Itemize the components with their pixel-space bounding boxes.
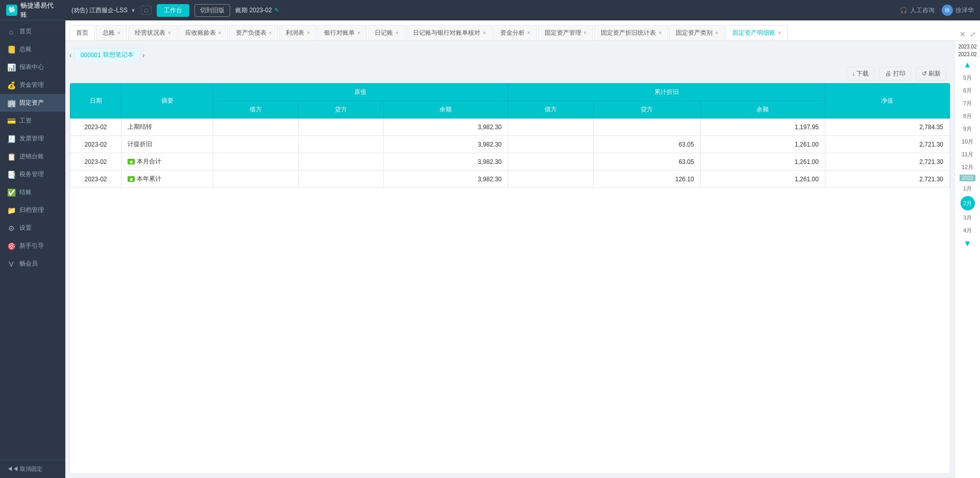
tab-close-profit[interactable]: × [307, 30, 310, 36]
sidebar-item-payroll[interactable]: 💳工资 [0, 112, 65, 130]
tab-operations[interactable]: 经营状况表× [128, 25, 178, 40]
company-selector[interactable]: (劝告) 江西服企-LSS ▼ [71, 6, 136, 15]
sub-tab-next[interactable]: › [142, 51, 145, 59]
cell-orig-balance-2: 3,982.30 [383, 153, 508, 171]
tab-fund-analysis[interactable]: 资金分析× [494, 25, 537, 40]
topbar-right: 🎧 人工咨询 徐 徐泽华 [900, 5, 974, 16]
timeline-month-11月[interactable]: 11月 [955, 149, 980, 160]
timeline-month-3月[interactable]: 3月 [955, 212, 980, 223]
timeline-month-5月[interactable]: 5月 [955, 73, 980, 83]
tab-close-reconcile[interactable]: × [483, 30, 486, 36]
timeline-item-10月: 10月 [955, 135, 980, 148]
payroll-icon: 💳 [7, 117, 15, 125]
cell-orig-credit-2 [298, 153, 383, 171]
content-area: ‹ 000001 联想笔记本 › ↓ 下载 🖨 打印 ↺ 刷新 日期 [65, 41, 980, 478]
tab-home[interactable]: 首页 [69, 25, 95, 40]
timeline-item-11月: 11月 [955, 148, 980, 161]
cell-date-2: 2023-02 [70, 153, 121, 171]
sidebar-menu: ⌂首页📒总账📊报表中心💰资金管理🏢固定资产💳工资🧾发票管理📋进销台账📑税务管理✅… [0, 20, 65, 460]
tab-close-depreciation-stat[interactable]: × [658, 30, 662, 36]
cell-orig-credit-3 [298, 171, 383, 188]
tab-close-balance-sheet[interactable]: × [269, 30, 272, 36]
tab-label-journal: 日记账 [375, 29, 393, 37]
sub-tab-asset[interactable]: 000001 联想笔记本 [74, 48, 140, 62]
sidebar-item-tax[interactable]: 📑税务管理 [0, 165, 65, 183]
sub-tab-name: 联想笔记本 [103, 51, 134, 59]
timeline-month-6月[interactable]: 6月 [955, 85, 980, 96]
timeline-month-8月[interactable]: 8月 [955, 111, 980, 122]
timeline-month-2月[interactable]: 2月 [961, 196, 975, 210]
user-profile[interactable]: 徐 徐泽华 [942, 5, 974, 16]
timeline-month-4月[interactable]: 4月 [955, 225, 980, 236]
workspace-btn[interactable]: 工作台 [157, 4, 189, 17]
sidebar-item-capital[interactable]: 💰资金管理 [0, 76, 65, 94]
sidebar-item-archive[interactable]: 📁归档管理 [0, 201, 65, 219]
timeline-month-1月[interactable]: 1月 [955, 183, 980, 194]
download-btn[interactable]: ↓ 下载 [846, 67, 874, 81]
timeline-down-btn[interactable]: ▼ [962, 237, 974, 250]
th-acc-credit: 贷方 [593, 101, 700, 118]
tab-label-reconcile: 日记账与银行对账单核对 [413, 29, 480, 37]
tab-close-ledger[interactable]: × [117, 30, 120, 36]
copy-btn[interactable]: □ [141, 6, 152, 15]
sidebar-item-fixed-assets[interactable]: 🏢固定资产 [0, 94, 65, 112]
refresh-btn[interactable]: ↺ 刷新 [916, 67, 946, 81]
tab-fixed-detail[interactable]: 固定资产明细账× [726, 25, 788, 40]
sub-tabs: ‹ 000001 联想笔记本 › [69, 45, 950, 65]
maximize-icon[interactable]: ⤢ [970, 30, 976, 38]
tab-close-journal[interactable]: × [396, 30, 399, 36]
sidebar-item-home[interactable]: ⌂首页 [0, 22, 65, 40]
tab-fixed-category[interactable]: 固定资产类别× [669, 25, 725, 40]
sidebar-item-ledger[interactable]: 📒总账 [0, 40, 65, 58]
sidebar-item-invoice[interactable]: 🧾发票管理 [0, 130, 65, 148]
sidebar-item-sales-ledger[interactable]: 📋进销台账 [0, 148, 65, 165]
tab-label-home: 首页 [76, 29, 88, 37]
table-row: 2023-02 ■本月合计 3,982.30 63.05 1,261.00 2,… [70, 153, 950, 171]
sidebar-label-ledger: 总账 [19, 45, 32, 54]
help-btn[interactable]: 🎧 人工咨询 [900, 6, 935, 15]
th-orig-debit: 借方 [213, 101, 299, 118]
timeline-item-6月: 6月 [955, 84, 980, 97]
tab-depreciation-stat[interactable]: 固定资产折旧统计表× [594, 25, 668, 40]
tab-receivables[interactable]: 应收账龄表× [179, 25, 228, 40]
sidebar: 畅 畅捷通易代账 ⌂首页📒总账📊报表中心💰资金管理🏢固定资产💳工资🧾发票管理📋进… [0, 0, 65, 478]
tab-close-fund-analysis[interactable]: × [527, 30, 530, 36]
tab-label-operations: 经营状况表 [135, 29, 165, 37]
tab-close-operations[interactable]: × [168, 30, 171, 36]
timeline-up-btn[interactable]: ▲ [962, 58, 974, 71]
cell-acc-debit-0 [508, 118, 593, 136]
tab-fixed-mgmt[interactable]: 固定资产管理× [538, 25, 594, 40]
tab-close-fixed-detail[interactable]: × [778, 30, 781, 36]
sub-tab-prev[interactable]: ‹ [69, 51, 72, 59]
sidebar-item-reports[interactable]: 📊报表中心 [0, 58, 65, 76]
timeline-month-12月[interactable]: 12月 [955, 162, 980, 173]
tab-close-fixed-mgmt[interactable]: × [584, 30, 587, 36]
close-all-icon[interactable]: ✕ [960, 30, 966, 38]
sidebar-item-vip[interactable]: V畅会员 [0, 255, 65, 273]
sidebar-item-settings[interactable]: ⚙设置 [0, 219, 65, 237]
tab-close-bank-stmt[interactable]: × [357, 30, 360, 36]
sidebar-item-guide[interactable]: 🎯新手引导 [0, 237, 65, 255]
sidebar-item-closing[interactable]: ✅结账 [0, 183, 65, 201]
sidebar-unpin-btn[interactable]: ◀◀ 取消固定 [0, 460, 65, 478]
sidebar-label-archive: 归档管理 [19, 206, 44, 214]
timeline-month-10月[interactable]: 10月 [955, 136, 980, 147]
tab-label-ledger: 总账 [103, 29, 115, 37]
cell-acc-credit-0 [593, 118, 700, 136]
tab-bank-stmt[interactable]: 银行对账单× [317, 25, 367, 40]
print-btn[interactable]: 🖨 打印 [879, 67, 911, 81]
timeline-month-7月[interactable]: 7月 [955, 98, 980, 109]
tab-profit[interactable]: 利润表× [279, 25, 316, 40]
cell-orig-debit-1 [213, 136, 299, 153]
tab-reconcile[interactable]: 日记账与银行对账单核对× [406, 25, 493, 40]
tab-journal[interactable]: 日记账× [368, 25, 405, 40]
period-edit-icon[interactable]: ✎ [274, 7, 279, 14]
tab-ledger[interactable]: 总账× [96, 25, 127, 40]
timeline-month-9月[interactable]: 9月 [955, 124, 980, 134]
tab-close-receivables[interactable]: × [218, 30, 222, 36]
tab-balance-sheet[interactable]: 资产负债表× [229, 25, 279, 40]
switch-version-btn[interactable]: 切到旧版 [194, 4, 230, 17]
cell-net-2: 2,721.30 [825, 153, 949, 171]
tab-close-fixed-category[interactable]: × [715, 30, 718, 36]
ledger-icon: 📒 [7, 45, 15, 54]
